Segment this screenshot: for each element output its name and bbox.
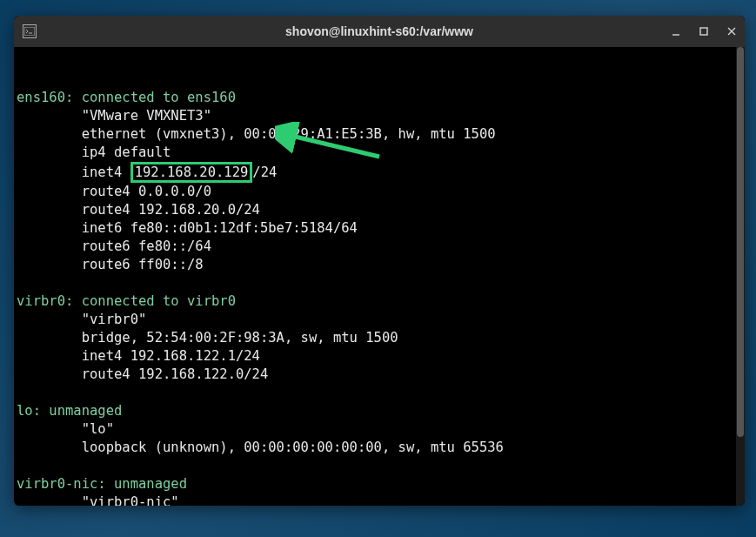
output-line: "virbr0-nic" xyxy=(17,493,742,506)
minimize-button[interactable] xyxy=(668,23,684,39)
blank-line xyxy=(17,457,742,475)
output-line: ethernet (vmxnet3), 00:0C:29:A1:E5:3B, h… xyxy=(17,125,742,144)
window-title: shovon@linuxhint-s60:/var/www xyxy=(14,24,745,38)
output-line: route6 ff00::/8 xyxy=(17,256,742,274)
output-line: inet6 fe80::d0b1:12df:5be7:5184/64 xyxy=(17,219,742,238)
interface-header: virbr0: connected to virbr0 xyxy=(17,292,742,311)
scrollbar[interactable] xyxy=(736,47,745,506)
output-line: bridge, 52:54:00:2F:98:3A, sw, mtu 1500 xyxy=(17,329,742,347)
output-line: route4 0.0.0.0/0 xyxy=(17,183,742,201)
svg-rect-0 xyxy=(24,27,35,36)
blank-line xyxy=(17,274,742,292)
output-line: "lo" xyxy=(17,420,742,439)
terminal-icon xyxy=(23,24,37,38)
output-line: route4 192.168.122.0/24 xyxy=(17,366,742,384)
output-line: "VMware VMXNET3" xyxy=(17,107,742,125)
output-line: route4 192.168.20.0/24 xyxy=(17,201,742,219)
output-line: ip4 default xyxy=(17,144,742,162)
terminal-window: shovon@linuxhint-s60:/var/www ens160: co… xyxy=(14,16,745,506)
maximize-button[interactable] xyxy=(696,23,712,39)
output-line: route6 fe80::/64 xyxy=(17,238,742,256)
titlebar[interactable]: shovon@linuxhint-s60:/var/www xyxy=(14,16,745,47)
close-button[interactable] xyxy=(724,23,739,39)
output-line: loopback (unknown), 00:00:00:00:00:00, s… xyxy=(17,439,742,457)
interface-header: ens160: connected to ens160 xyxy=(17,89,742,107)
output-line: "virbr0" xyxy=(17,311,742,329)
output-line: inet4 192.168.122.1/24 xyxy=(17,347,742,366)
highlighted-ip: 192.168.20.129 xyxy=(130,162,253,183)
interface-header: virbr0-nic: unmanaged xyxy=(17,475,742,493)
terminal-output[interactable]: ens160: connected to ens160 "VMware VMXN… xyxy=(14,47,745,506)
interface-header: lo: unmanaged xyxy=(17,402,742,420)
svg-rect-3 xyxy=(700,28,707,35)
blank-line xyxy=(17,384,742,402)
scrollbar-thumb[interactable] xyxy=(737,47,744,437)
inet4-line: inet4 192.168.20.129/24 xyxy=(17,162,742,183)
window-controls xyxy=(668,23,739,39)
